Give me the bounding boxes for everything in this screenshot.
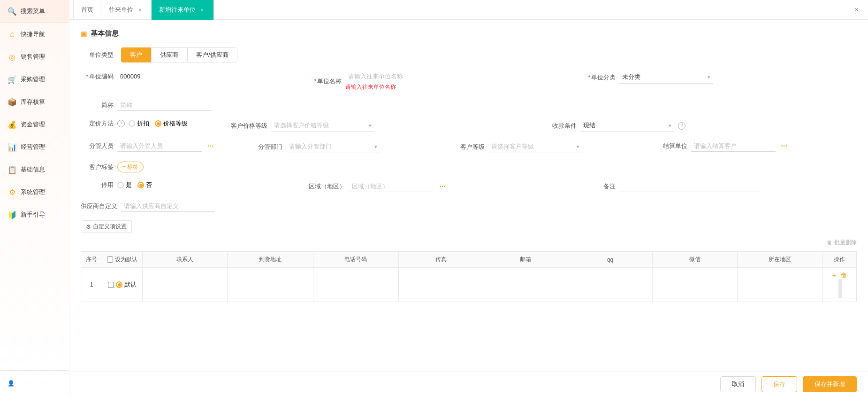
tab-new-contact[interactable]: 新增往来单位 ×	[152, 0, 214, 20]
unit-name-label: 单位名称	[309, 77, 342, 85]
row-delete-btn[interactable]: 🗑	[840, 272, 847, 279]
customer-level-select[interactable]: 请选择客户等级 ▾	[488, 140, 582, 153]
custom-settings-label: 自定义项设置	[93, 223, 127, 231]
sidebar-item-finance[interactable]: 💰 资金管理	[0, 113, 69, 136]
basic-info-icon: 📋	[8, 165, 17, 174]
row-drag-handle[interactable]	[838, 279, 842, 298]
short-name-field: 简称	[81, 100, 857, 111]
unit-category-select[interactable]: 未分类 ▾	[619, 71, 713, 84]
sidebar-item-system[interactable]: ⚙ 系统管理	[0, 181, 69, 203]
tab-contacts[interactable]: 往来单位 ×	[101, 0, 152, 20]
fax-input[interactable]	[404, 281, 479, 288]
cell-wechat[interactable]	[653, 268, 738, 302]
cell-region[interactable]	[737, 268, 822, 302]
short-name-input[interactable]	[117, 100, 211, 111]
sidebar-item-management[interactable]: 📊 经营管理	[0, 136, 69, 158]
row-checkbox[interactable]	[108, 282, 114, 288]
save-button[interactable]: 保存	[761, 376, 797, 392]
radio-price-level-circle	[155, 120, 161, 127]
cell-region-input[interactable]	[742, 281, 818, 288]
radio-price-level[interactable]: 价格等级	[155, 119, 188, 128]
sidebar-item-purchase[interactable]: 🛒 采购管理	[0, 68, 69, 91]
customer-price-level-select[interactable]: 请选择客户价格等级 ▾	[271, 119, 374, 132]
settlement-unit-more-btn[interactable]: ···	[779, 142, 789, 150]
sidebar-item-sales[interactable]: ◎ 销售管理	[0, 46, 69, 68]
purchase-icon: 🛒	[8, 75, 17, 84]
email-input[interactable]	[488, 281, 563, 288]
department-select[interactable]: 请输入分管部门 ▾	[286, 140, 380, 153]
tab-contacts-close[interactable]: ×	[136, 6, 144, 14]
cell-phone[interactable]	[313, 268, 398, 302]
radio-yes-label: 是	[126, 181, 132, 189]
region-more-btn[interactable]: ···	[437, 182, 447, 191]
unit-category-arrow: ▾	[708, 74, 710, 80]
sidebar-item-guide[interactable]: 🔰 新手引导	[0, 203, 69, 226]
col-address: 到货地址	[228, 252, 313, 268]
region-label: 区域（地区）	[309, 182, 345, 191]
settlement-unit-field: 结算单位 ···	[655, 140, 857, 152]
tab-bar-close-all[interactable]: ×	[849, 2, 864, 17]
unit-type-supplier[interactable]: 供应商	[151, 47, 187, 62]
cell-address[interactable]	[228, 268, 313, 302]
region-input[interactable]	[349, 181, 434, 192]
payment-terms-arrow: ▾	[669, 123, 671, 129]
unit-type-both[interactable]: 客户/供应商	[187, 47, 237, 62]
sidebar-label-inventory: 库存核算	[21, 98, 45, 106]
sidebar-label-management: 经营管理	[21, 143, 45, 151]
wechat-input[interactable]	[657, 281, 732, 288]
select-all-checkbox[interactable]	[107, 256, 113, 263]
radio-no[interactable]: 否	[137, 181, 152, 189]
address-input[interactable]	[232, 281, 308, 288]
radio-no-label: 否	[146, 181, 152, 189]
unit-type-customer[interactable]: 客户	[121, 47, 151, 62]
sidebar-item-basic-info[interactable]: 📋 基础信息	[0, 158, 69, 181]
payment-terms-select[interactable]: 现结 ▾	[580, 119, 674, 132]
col-contact: 联系人	[143, 252, 228, 268]
col-default: 设为默认	[102, 252, 143, 268]
col-phone: 电话号码	[313, 252, 398, 268]
phone-input[interactable]	[318, 281, 394, 288]
sidebar-label-basic-info: 基础信息	[21, 165, 45, 174]
sidebar-user[interactable]: 👤	[0, 375, 69, 391]
sidebar-item-quick-nav[interactable]: ⌂ 快捷导航	[0, 23, 69, 46]
customer-level-placeholder: 请选择客户等级	[491, 142, 575, 151]
manager-field: 分管人员 ···	[81, 140, 250, 152]
batch-delete-btn[interactable]: 🗑 批量删除	[827, 239, 857, 247]
tab-new-contact-label: 新增往来单位	[159, 6, 196, 14]
row-default-radio[interactable]: 默认	[116, 280, 137, 289]
supplier-custom-input[interactable]	[121, 201, 215, 212]
settlement-unit-input[interactable]	[691, 140, 776, 152]
unit-name-input[interactable]	[345, 71, 467, 82]
row-add-btn[interactable]: +	[832, 272, 836, 279]
qq-input[interactable]	[573, 281, 647, 288]
manager-more-btn[interactable]: ···	[206, 142, 215, 150]
radio-discount[interactable]: 折扣	[129, 119, 149, 128]
custom-settings-btn[interactable]: ⚙ 自定义项设置	[81, 220, 132, 233]
col-region: 所在地区	[737, 252, 822, 268]
radio-yes[interactable]: 是	[117, 181, 132, 189]
custom-settings-row: ⚙ 自定义项设置	[81, 220, 857, 233]
customer-tag-add-btn[interactable]: + 标签	[117, 162, 144, 172]
payment-terms-help[interactable]: ?	[678, 122, 685, 130]
save-and-new-button[interactable]: 保存并新增	[803, 376, 857, 392]
action-bar: 取消 保存 保存并新增	[69, 372, 868, 396]
cell-email[interactable]	[483, 268, 568, 302]
contact-input[interactable]	[147, 281, 222, 288]
cell-fax[interactable]	[398, 268, 483, 302]
cell-contact[interactable]	[143, 268, 228, 302]
remarks-input[interactable]	[619, 181, 760, 192]
tab-new-contact-close[interactable]: ×	[198, 6, 206, 14]
pricing-method-help[interactable]: ?	[117, 120, 125, 127]
cell-qq[interactable]	[568, 268, 653, 302]
cancel-button[interactable]: 取消	[720, 376, 756, 392]
manager-input[interactable]	[117, 140, 202, 152]
unit-category-value: 未分类	[622, 73, 706, 81]
unit-code-input[interactable]	[117, 71, 211, 82]
sidebar-item-inventory[interactable]: 📦 库存核算	[0, 91, 69, 113]
sidebar-item-search[interactable]: 🔍 搜索菜单	[0, 0, 69, 23]
sales-icon: ◎	[8, 52, 17, 62]
contact-table: 序号 设为默认 联系人 到货地址 电话号码 传真 邮箱 qq 微信 所在地区	[81, 251, 857, 302]
short-name-row: 简称	[81, 100, 857, 111]
tab-home[interactable]: 首页	[73, 0, 101, 20]
unit-code-field: 单位编码	[81, 71, 309, 82]
